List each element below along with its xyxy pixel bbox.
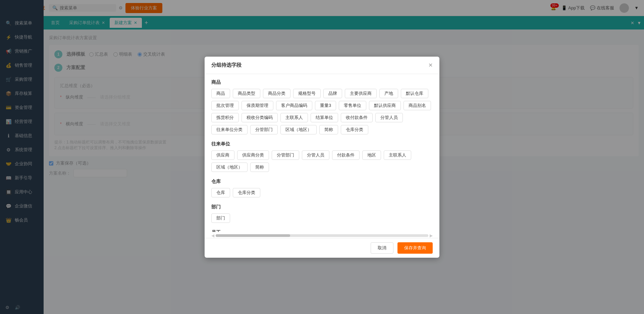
field-tag[interactable]: 客户商品编码 (276, 101, 312, 110)
field-tag[interactable]: 默认仓库 (401, 89, 428, 98)
field-tag[interactable]: 商品类型 (233, 89, 260, 98)
section-partner-fields: 供应商 供应商分类 分管部门 分管人员 付款条件 地区 主联系人 区域（地区） … (211, 150, 433, 172)
section-product-fields: 商品 商品类型 商品分类 规格型号 品牌 主要供应商 产地 默认仓库 批次管理 … (211, 89, 433, 134)
section-warehouse-fields: 仓库 仓库分类 (211, 188, 433, 197)
field-select-modal: 分组待选字段 ✕ 商品 商品 商品类型 商品分类 规格型号 品牌 主要供应商 产… (205, 57, 439, 258)
section-partner-title: 往来单位 (211, 141, 433, 147)
field-tag[interactable]: 分管部门 (250, 125, 278, 134)
section-partner: 往来单位 供应商 供应商分类 分管部门 分管人员 付款条件 地区 主联系人 区域… (211, 141, 433, 172)
field-tag[interactable]: 拣货积分 (211, 113, 239, 122)
field-tag[interactable]: 分管人员 (375, 113, 403, 122)
section-dept-fields: 部门 (211, 213, 433, 223)
field-tag[interactable]: 简称 (250, 163, 269, 172)
field-tag[interactable]: 供应商 (211, 150, 234, 160)
section-product: 商品 商品 商品类型 商品分类 规格型号 品牌 主要供应商 产地 默认仓库 批次… (211, 79, 433, 134)
modal-hscroll[interactable]: ◀ ▶ (205, 232, 439, 238)
modal-header: 分组待选字段 ✕ (205, 57, 439, 74)
field-tag[interactable]: 简称 (319, 125, 338, 134)
modal-title: 分组待选字段 (211, 62, 241, 68)
field-tag[interactable]: 区域（地区） (280, 125, 317, 134)
field-tag[interactable]: 重量3 (315, 101, 336, 110)
field-tag[interactable]: 供应商分类 (237, 150, 269, 160)
modal-overlay: 分组待选字段 ✕ 商品 商品 商品类型 商品分类 规格型号 品牌 主要供应商 产… (0, 0, 644, 314)
modal-body: 商品 商品 商品类型 商品分类 规格型号 品牌 主要供应商 产地 默认仓库 批次… (205, 74, 439, 232)
field-tag[interactable]: 仓库分类 (341, 125, 368, 134)
confirm-button[interactable]: 保存并查询 (397, 242, 433, 254)
field-tag[interactable]: 商品分类 (263, 89, 290, 98)
field-tag[interactable]: 区域（地区） (211, 163, 248, 172)
field-tag[interactable]: 分管部门 (272, 150, 299, 160)
field-tag[interactable]: 商品 (211, 89, 230, 98)
modal-close-icon[interactable]: ✕ (428, 62, 433, 68)
field-tag[interactable]: 结算单位 (311, 113, 338, 122)
field-tag[interactable]: 主要供应商 (345, 89, 377, 98)
field-tag[interactable]: 仓库分类 (233, 188, 260, 197)
field-tag[interactable]: 地区 (362, 150, 381, 160)
field-tag[interactable]: 部门 (211, 213, 230, 223)
field-tag[interactable]: 税收分类编码 (241, 113, 278, 122)
field-tag[interactable]: 分管人员 (302, 150, 329, 160)
field-tag[interactable]: 保质期管理 (241, 101, 273, 110)
field-tag[interactable]: 往来单位分类 (211, 125, 248, 134)
field-tag[interactable]: 主联系人 (384, 150, 411, 160)
field-tag[interactable]: 商品别名 (404, 101, 431, 110)
section-dept-title: 部门 (211, 204, 433, 210)
section-warehouse-title: 仓库 (211, 179, 433, 185)
field-tag[interactable]: 主联系人 (280, 113, 308, 122)
field-tag[interactable]: 零售单位 (339, 101, 366, 110)
modal-footer: 取消 保存并查询 (205, 238, 439, 258)
section-employee-title: 员工 (211, 230, 433, 232)
field-tag[interactable]: 产地 (379, 89, 398, 98)
field-tag[interactable]: 品牌 (323, 89, 342, 98)
field-tag[interactable]: 默认供应商 (369, 101, 401, 110)
cancel-button[interactable]: 取消 (371, 242, 393, 254)
section-employee: 员工 业务员 (211, 230, 433, 232)
section-warehouse: 仓库 仓库 仓库分类 (211, 179, 433, 197)
field-tag[interactable]: 收付款条件 (341, 113, 373, 122)
field-tag[interactable]: 批次管理 (211, 101, 239, 110)
field-tag[interactable]: 仓库 (211, 188, 230, 197)
section-dept: 部门 部门 (211, 204, 433, 223)
field-tag[interactable]: 规格型号 (293, 89, 321, 98)
section-product-title: 商品 (211, 79, 433, 85)
field-tag[interactable]: 付款条件 (332, 150, 360, 160)
